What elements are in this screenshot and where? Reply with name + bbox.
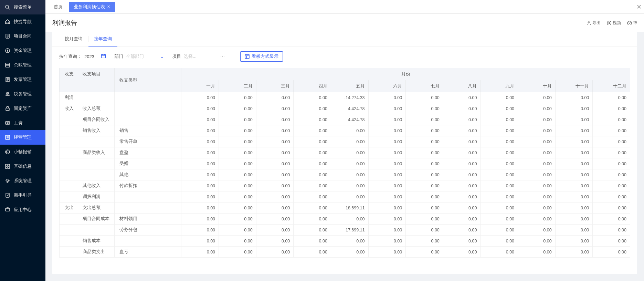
cell-value: 0.00 — [518, 169, 556, 180]
cell-value: 0.00 — [181, 114, 219, 125]
cell-cat: 支出 — [60, 202, 79, 214]
board-view-button[interactable]: 看板方式显示 — [240, 51, 283, 62]
table-row: 销售收入销售0.000.000.000.000.000.000.000.000.… — [60, 125, 630, 136]
cell-value: 0.00 — [518, 114, 556, 125]
cell-value: 0.00 — [181, 136, 219, 147]
cell-item: 销售成本 — [79, 236, 115, 247]
close-icon[interactable]: ✕ — [107, 4, 110, 9]
sidebar-item-quicknav[interactable]: 快捷导航 — [0, 14, 45, 29]
query-tab-0[interactable]: 按月查询 — [59, 32, 88, 46]
cell-value: 0.00 — [555, 214, 593, 225]
year-input[interactable] — [84, 54, 98, 59]
cell-value: 0.00 — [406, 92, 443, 103]
sidebar-item-label: 工资 — [14, 120, 23, 126]
cell-item: 其他收入 — [79, 180, 115, 191]
cell-value: 0.00 — [368, 114, 406, 125]
video-action[interactable]: 视频 — [607, 20, 621, 26]
table-row: 零售开单0.000.000.000.000.000.000.000.000.00… — [60, 136, 630, 147]
cell-item: 商品类支出 — [79, 247, 115, 258]
export-label: 导出 — [592, 20, 601, 26]
export-icon — [587, 21, 591, 25]
sidebar-item-appcenter[interactable]: 应用中心 — [0, 202, 45, 217]
cell-value: 0.00 — [443, 136, 481, 147]
proj-filter: 项目 选择... ⋯ — [172, 53, 225, 60]
sidebar-item-salary[interactable]: 工资 — [0, 116, 45, 130]
cell-value: 0.00 — [481, 214, 518, 225]
cell-value: 0.00 — [593, 136, 630, 147]
sidebar-item-guide[interactable]: 新手引导 — [0, 188, 45, 202]
cell-item: 商品类收入 — [79, 147, 115, 158]
list-icon — [5, 135, 10, 140]
cell-value: 0.00 — [294, 169, 331, 180]
sidebar-item-asset[interactable]: 固定资产 — [0, 101, 45, 116]
table-row: 收入收入总额0.000.000.000.004,424.780.000.000.… — [60, 103, 630, 114]
th-month: 十二月 — [593, 80, 630, 92]
cell-value: 0.00 — [256, 214, 294, 225]
sidebar-item-contract[interactable]: 项目合同 — [0, 29, 45, 43]
cell-value: 0.00 — [481, 180, 518, 191]
cell-value: 0.00 — [406, 247, 443, 258]
tabs-close-all[interactable]: ✕ — [634, 0, 644, 14]
svg-rect-3 — [6, 63, 10, 67]
cell-value: 0.00 — [219, 158, 256, 169]
cell-value: 0.00 — [593, 114, 630, 125]
svg-rect-11 — [6, 164, 7, 166]
cell-value: 0.00 — [518, 92, 556, 103]
sidebar-item-search[interactable]: 搜索菜单 — [0, 0, 45, 14]
cell-item: 收入总额 — [79, 103, 115, 114]
svg-point-10 — [6, 150, 10, 154]
sidebar-item-tax[interactable]: 税务管理 — [0, 87, 45, 101]
cell-value: 0.00 — [406, 225, 443, 236]
cell-value: 0.00 — [219, 180, 256, 191]
cell-value: 0.00 — [219, 191, 256, 202]
cell-cat — [60, 147, 79, 158]
sidebar-item-report[interactable]: 小畅报销 — [0, 145, 45, 159]
sidebar-item-label: 总账管理 — [14, 62, 32, 68]
cell-value: 0.00 — [481, 103, 518, 114]
cell-cat — [60, 114, 79, 125]
cell-value: 0.00 — [181, 125, 219, 136]
cell-value: 0.00 — [368, 103, 406, 114]
sidebar-item-system[interactable]: 系统管理 — [0, 174, 45, 188]
sidebar-item-operation[interactable]: 经营管理 — [0, 130, 45, 145]
tab-首页[interactable]: 首页 — [49, 2, 67, 12]
cell-value: 0.00 — [294, 114, 331, 125]
proj-select[interactable]: 选择... ⋯ — [184, 53, 225, 60]
query-tab-1[interactable]: 按年查询 — [88, 32, 117, 46]
sidebar: 搜索菜单快捷导航项目合同资金管理总账管理发票管理税务管理固定资产工资经营管理小畅… — [0, 0, 45, 281]
cell-value: 0.00 — [443, 158, 481, 169]
tab-业务利润预估表[interactable]: 业务利润预估表✕ — [69, 2, 115, 12]
sidebar-item-basic[interactable]: 基础信息 — [0, 159, 45, 174]
cell-value: 0.00 — [406, 169, 443, 180]
svg-rect-12 — [8, 164, 10, 166]
cell-cat: 收入 — [60, 103, 79, 114]
sidebar-item-label: 发票管理 — [14, 76, 32, 83]
help-action[interactable]: 帮 — [627, 20, 637, 26]
cell-cat — [60, 247, 79, 258]
table-row: 其他收入付款折扣0.000.000.000.000.000.000.000.00… — [60, 180, 630, 191]
cell-value: 0.00 — [368, 125, 406, 136]
export-action[interactable]: 导出 — [587, 20, 601, 26]
cell-type — [115, 202, 181, 214]
table-row: 商品类支出盘亏0.000.000.000.000.000.000.000.000… — [60, 247, 630, 258]
table-scroll[interactable]: 收支收支项目收支类型月份一月二月三月四月五月六月七月八月九月十月十一月十二月 利… — [52, 68, 637, 274]
cell-value: 0.00 — [555, 114, 593, 125]
cell-value: 0.00 — [481, 236, 518, 247]
cell-item — [79, 136, 115, 147]
video-label: 视频 — [613, 20, 621, 26]
cell-cat — [60, 158, 79, 169]
sidebar-item-ledger[interactable]: 总账管理 — [0, 58, 45, 72]
cell-value: 0.00 — [181, 147, 219, 158]
cell-value: 0.00 — [406, 103, 443, 114]
cell-value: 0.00 — [219, 92, 256, 103]
dept-select[interactable]: 全部部门 ⌄ — [126, 53, 164, 60]
sidebar-item-invoice[interactable]: 发票管理 — [0, 72, 45, 87]
cell-item: 项目合同收入 — [79, 114, 115, 125]
cell-value: 0.00 — [518, 180, 556, 191]
cell-value: 0.00 — [256, 125, 294, 136]
calendar-icon[interactable] — [101, 53, 106, 60]
cell-value: 0.00 — [518, 158, 556, 169]
sidebar-item-fund[interactable]: 资金管理 — [0, 43, 45, 58]
cell-type — [115, 92, 181, 103]
table-row: 利润0.000.000.000.00-14,274.330.000.000.00… — [60, 92, 630, 103]
